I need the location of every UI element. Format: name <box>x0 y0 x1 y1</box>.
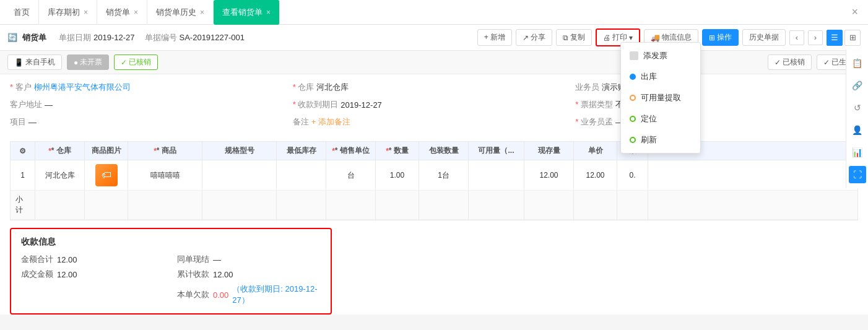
cumulative-item: 累计收款 12.00 <box>177 269 321 280</box>
subtotal-avail <box>469 191 524 219</box>
tab-sales-history[interactable]: 销货单历史 × <box>147 0 214 25</box>
table-header: ⚙ * 仓库 商品图片 * 商品 规格型号 最低库存 * 销售单位 * 数量 包… <box>11 142 857 160</box>
copy-button[interactable]: ⧉ 复制 <box>556 29 592 46</box>
add-invoice-label: 添发票 <box>643 50 667 61</box>
sidebar-link-icon[interactable]: 🔗 <box>849 77 866 94</box>
not-open-button[interactable]: ● 未开票 <box>67 54 109 70</box>
col-product: * 商品 <box>128 142 202 160</box>
new-button[interactable]: + 新增 <box>477 29 512 46</box>
subtotal-price <box>574 191 617 219</box>
col-minstock: 最低库存 <box>277 142 326 160</box>
list-view-button[interactable]: ☰ <box>827 30 843 46</box>
share-button[interactable]: ↗ 分享 <box>516 29 552 46</box>
effective-icon: ✓ <box>823 58 830 67</box>
row-amount: 0. <box>617 160 648 190</box>
same-order-settle-label: 同单现结 <box>177 254 209 265</box>
toolbar: 🔄 销货单 单据日期 2019-12-27 单据编号 SA-20191227-0… <box>0 25 868 51</box>
current-debt-label: 本单欠款 <box>177 289 209 300</box>
same-order-settle-item: 同单现结 — <box>177 254 321 265</box>
project-value: — <box>28 118 37 127</box>
add-invoice-icon <box>630 51 638 60</box>
col-qty: * 数量 <box>376 142 419 160</box>
cumulative-value: 12.00 <box>213 270 233 279</box>
col-image: 商品图片 <box>85 142 128 160</box>
prev-record-button[interactable]: ‹ <box>789 30 804 45</box>
col-stock: 现存量 <box>524 142 574 160</box>
tab-inventory-init[interactable]: 库存期初 × <box>39 0 97 25</box>
tab-view-sales-order[interactable]: 查看销货单 × <box>214 0 280 25</box>
ticket-type-field: 票据类型 不开票 <box>575 99 858 110</box>
next-record-button[interactable]: › <box>808 30 823 45</box>
ticket-icon: ● <box>74 58 78 67</box>
salesperson2-field: 业务员孟 — <box>575 116 858 128</box>
from-phone-button[interactable]: 📱 来自手机 <box>7 54 62 70</box>
tab-view-sales-order-close[interactable]: × <box>266 8 271 17</box>
same-order-settle-value: — <box>213 255 221 264</box>
form-row-3: 项目 — 备注 + 添加备注 业务员孟 — <box>10 116 858 128</box>
operations-button[interactable]: ⊞ 操作 <box>702 29 739 46</box>
grid-icon: ⊞ <box>709 33 715 42</box>
locate-item[interactable]: 定位 <box>621 108 700 129</box>
refresh-item[interactable]: 刷新 <box>621 129 700 150</box>
toolbar2: 📱 来自手机 ● 未开票 ✓ 已核销 ✓ 已核销 ✓ 已生效 <box>0 51 868 74</box>
tab-view-sales-order-label: 查看销货单 <box>222 7 263 18</box>
doc-icon: 🔄 <box>7 33 17 42</box>
tab-sales-history-close[interactable]: × <box>200 8 204 17</box>
sidebar-chart-icon[interactable]: 📊 <box>849 144 866 161</box>
meta-date: 单据日期 2019-12-27 <box>59 32 135 43</box>
warehouse-field: 仓库 河北仓库 <box>293 82 576 93</box>
right-sidebar: 📋 🔗 ↺ 👤 📊 ⛶ <box>846 50 868 188</box>
row-minstock <box>277 160 326 190</box>
cumulative-label: 累计收款 <box>177 269 209 280</box>
window-close-button[interactable]: × <box>846 6 863 19</box>
outbound-item[interactable]: 出库 <box>621 66 700 87</box>
sidebar-expand-icon[interactable]: ⛶ <box>849 166 866 183</box>
date-label: 单据日期 <box>59 32 91 43</box>
add-note-link[interactable]: + 添加备注 <box>311 116 350 128</box>
subtotal-unit <box>326 191 376 219</box>
project-label: 项目 <box>10 116 26 128</box>
tab-bar: 首页 库存期初 × 销货单 × 销货单历史 × 查看销货单 × × <box>0 0 868 25</box>
total-amount-item: 金额合计 12.00 <box>21 254 165 265</box>
tab-home[interactable]: 首页 <box>5 0 39 25</box>
transaction-amount-item: 成交金额 12.00 <box>21 269 165 280</box>
payment-section: 收款信息 金额合计 12.00 同单现结 — 成交金额 12.00 累计收款 1… <box>10 228 332 315</box>
row-warehouse: 河北仓库 <box>35 160 85 190</box>
check-icon: ✓ <box>121 58 127 67</box>
table-subtotal-row: 小计 <box>11 191 857 220</box>
salesperson-label: 业务员 <box>575 82 599 93</box>
sidebar-refresh-icon[interactable]: ↺ <box>849 99 866 116</box>
tab-sales-order-close[interactable]: × <box>134 8 138 17</box>
available-qty-item[interactable]: 可用量提取 <box>621 87 700 108</box>
print-icon: 🖨 <box>603 33 610 42</box>
checked-button[interactable]: ✓ 已核销 <box>114 54 158 70</box>
tab-sales-order[interactable]: 销货单 × <box>97 0 147 25</box>
main-area: 🔄 销货单 单据日期 2019-12-27 单据编号 SA-20191227-0… <box>0 25 868 315</box>
date-value: 2019-12-27 <box>93 33 135 42</box>
truck-icon: 🚚 <box>651 33 660 42</box>
row-avail <box>469 160 524 190</box>
sidebar-doc-icon[interactable]: 📋 <box>849 54 866 72</box>
cancelled-button[interactable]: ✓ 已核销 <box>768 54 812 70</box>
col-price: 单价 <box>574 142 617 160</box>
row-price: 12.00 <box>574 160 617 190</box>
add-invoice-item[interactable]: 添发票 <box>621 45 700 66</box>
note-field: 备注 + 添加备注 <box>293 116 576 128</box>
customer-value[interactable]: 柳州粤港平安气体有限公司 <box>34 82 131 93</box>
tab-home-label: 首页 <box>14 7 30 18</box>
locate-label: 定位 <box>641 113 657 124</box>
available-qty-label: 可用量提取 <box>641 92 681 103</box>
history-button[interactable]: 历史单据 <box>742 29 786 46</box>
tab-inventory-init-close[interactable]: × <box>84 8 88 17</box>
table-row: 1 河北仓库 🏷 嘻嘻嘻嘻 台 1.00 1台 12.00 12.00 0. <box>11 160 857 191</box>
subtotal-img <box>85 191 128 219</box>
row-pkg: 1台 <box>419 160 469 190</box>
sidebar-user-icon[interactable]: 👤 <box>849 121 866 139</box>
share-icon: ↗ <box>523 33 529 42</box>
payment-grid: 金额合计 12.00 同单现结 — 成交金额 12.00 累计收款 12.00 … <box>21 254 321 306</box>
col-settings[interactable]: ⚙ <box>11 142 35 160</box>
subtotal-warehouse <box>35 191 85 219</box>
grid-view-button[interactable]: ⊞ <box>844 30 861 46</box>
refresh-label: 刷新 <box>641 134 657 145</box>
tab-inventory-init-label: 库存期初 <box>48 7 80 18</box>
